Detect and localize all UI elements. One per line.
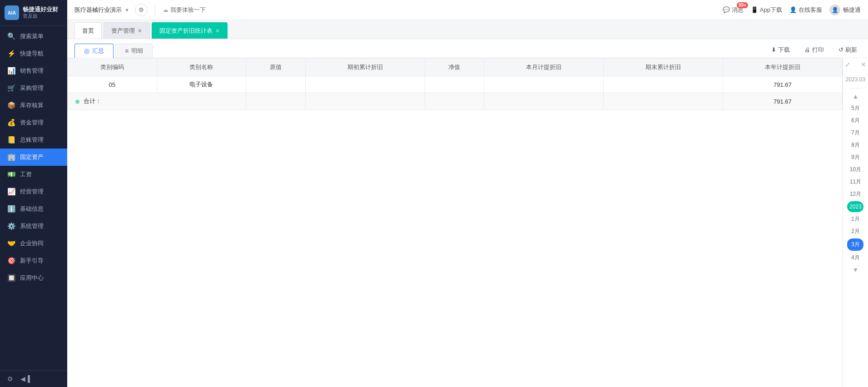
month-item-7[interactable]: 7月 [846, 127, 865, 139]
cloud-icon: ☁ [163, 6, 169, 13]
sub-tab-detail[interactable]: ≡ 明细 [115, 44, 153, 58]
total-label-cell: ⊕ 合计： [75, 97, 240, 105]
online-service-button[interactable]: 👤 在线客服 [789, 6, 822, 14]
tab-asset-close-icon[interactable]: ✕ [138, 28, 142, 34]
sidebar-item-guide[interactable]: 🎯 新手引导 [0, 252, 67, 269]
app-download-button[interactable]: 📱 App下载 [751, 6, 782, 14]
username: 畅捷通 [843, 6, 861, 14]
sub-tab-summary[interactable]: ◎ 汇总 [74, 44, 114, 58]
sidebar-item-label: 新手引导 [20, 257, 44, 265]
purchase-icon: 🛒 [7, 84, 15, 92]
experience-label: 我要体验一下 [170, 6, 206, 14]
sidebar-item-operations[interactable]: 📈 经营管理 [0, 183, 67, 200]
tab-depreciation-close-icon[interactable]: ✕ [215, 28, 220, 34]
cell-annual: 791.67 [723, 76, 842, 93]
cell-net [425, 76, 484, 93]
sub-tab-summary-label: 汇总 [92, 47, 104, 55]
total-icon: ⊕ [75, 98, 80, 105]
refresh-button[interactable]: ↺ 刷新 [835, 44, 861, 56]
app-download-label: App下载 [760, 6, 782, 14]
total-net [425, 93, 484, 110]
col-header-period-acc: 期初累计折旧 [305, 59, 425, 76]
cell-name: 电子设备 [157, 76, 246, 93]
sub-tabs-bar: ◎ 汇总 ≡ 明细 ⬇ 下载 🖨 打印 ↺ 刷 [67, 39, 868, 58]
months-scroll-down[interactable]: ▼ [846, 264, 865, 276]
sidebar-item-label: 固定资产 [20, 153, 44, 161]
panel-close-button[interactable]: ✕ [861, 61, 866, 68]
sidebar-item-system[interactable]: ⚙️ 系统管理 [0, 218, 67, 235]
month-item-9[interactable]: 9月 [846, 151, 865, 164]
sidebar-item-label: 应用中心 [20, 274, 44, 282]
col-header-annual: 本年计提折旧 [723, 59, 842, 76]
funds-icon: 💰 [7, 119, 15, 127]
month-item-10[interactable]: 10月 [846, 164, 865, 176]
month-item-3-selected[interactable]: 3月 [847, 238, 863, 251]
sidebar-item-fixed-assets[interactable]: 🏢 固定资产 [0, 149, 67, 166]
months-scroll-up[interactable]: ▲ [846, 90, 865, 102]
topbar: 医疗器械行业演示 ▼ ⚙ ☁ 我要体验一下 💬 消息 99+ 📱 App下载 👤… [67, 0, 868, 20]
online-service-label: 在线客服 [799, 6, 822, 14]
message-badge: 99+ [737, 2, 748, 8]
sidebar-item-label: 库存核算 [20, 101, 44, 109]
sidebar-item-sales[interactable]: 📊 销售管理 [0, 62, 67, 79]
table-row[interactable]: 05 电子设备 791.67 [68, 76, 843, 93]
col-header-monthly: 本月计提折旧 [484, 59, 603, 76]
sidebar-item-enterprise[interactable]: 🤝 企业协同 [0, 235, 67, 252]
table-area: 类别编码 类别名称 原值 期初累计折旧 净值 本月计提折旧 期末累计折旧 本年计… [67, 58, 843, 387]
download-icon: 📱 [751, 6, 758, 13]
detail-tab-icon: ≡ [125, 47, 129, 55]
message-button[interactable]: 💬 消息 99+ [723, 6, 744, 14]
tab-asset-label: 资产管理 [111, 27, 135, 35]
month-item-8[interactable]: 8月 [846, 139, 865, 151]
company-selector[interactable]: 医疗器械行业演示 ▼ [74, 6, 129, 14]
user-button[interactable]: 👤 畅捷通 [829, 5, 861, 15]
sidebar-item-inventory[interactable]: 📦 库存核算 [0, 97, 67, 114]
experience-button[interactable]: ☁ 我要体验一下 [163, 6, 206, 14]
sidebar-item-label: 采购管理 [20, 84, 44, 92]
month-item-5[interactable]: 5月 [846, 102, 865, 114]
download-button[interactable]: ⬇ 下载 [768, 44, 794, 56]
sidebar-item-label: 资金管理 [20, 119, 44, 127]
sidebar-item-ledger[interactable]: 📒 总账管理 [0, 131, 67, 149]
refresh-icon: ↺ [838, 46, 843, 53]
sidebar-item-label: 企业协同 [20, 239, 44, 248]
cell-original [246, 76, 305, 93]
tab-home[interactable]: 首页 [74, 22, 102, 39]
month-item-11[interactable]: 11月 [846, 176, 865, 188]
total-text: 合计： [84, 97, 101, 105]
depreciation-table: 类别编码 类别名称 原值 期初累计折旧 净值 本月计提折旧 期末累计折旧 本年计… [67, 58, 843, 110]
settings-icon[interactable]: ⚙ [7, 375, 13, 382]
sidebar-item-app-center[interactable]: 🔲 应用中心 [0, 269, 67, 287]
tab-asset-mgmt[interactable]: 资产管理 ✕ [104, 22, 150, 39]
basic-info-icon: ℹ️ [7, 205, 15, 213]
sidebar-item-search[interactable]: 🔍 搜索菜单 [0, 28, 67, 45]
sidebar-item-funds[interactable]: 💰 资金管理 [0, 114, 67, 131]
panel-expand-button[interactable]: ⤢ [845, 61, 850, 68]
sidebar-item-label: 搜索菜单 [20, 32, 44, 40]
total-end-acc [603, 93, 723, 110]
print-button[interactable]: 🖨 打印 [801, 44, 828, 56]
month-item-1[interactable]: 1月 [846, 213, 865, 225]
sidebar-item-basic-info[interactable]: ℹ️ 基础信息 [0, 200, 67, 218]
settings-button[interactable]: ⚙ [135, 4, 148, 16]
topbar-right: 💬 消息 99+ 📱 App下载 👤 在线客服 👤 畅捷通 [723, 5, 861, 15]
sub-tab-detail-label: 明细 [131, 47, 143, 55]
month-item-12[interactable]: 12月 [846, 188, 865, 200]
system-icon: ⚙️ [7, 222, 15, 230]
sidebar-item-label: 系统管理 [20, 222, 44, 230]
collapse-icon[interactable]: ◀▐ [20, 375, 30, 382]
summary-tab-icon: ◎ [84, 47, 89, 55]
col-header-name: 类别名称 [157, 59, 246, 76]
month-item-2[interactable]: 2月 [846, 225, 865, 238]
month-item-6[interactable]: 6月 [846, 114, 865, 127]
tab-depreciation[interactable]: 固定资产折旧统计表 ✕ [152, 22, 228, 39]
ledger-icon: 📒 [7, 136, 15, 144]
sidebar-nav: 🔍 搜索菜单 ⚡ 快捷导航 📊 销售管理 🛒 采购管理 📦 库存核算 💰 资金管… [0, 26, 67, 370]
sidebar-item-purchase[interactable]: 🛒 采购管理 [0, 79, 67, 97]
total-annual: 791.67 [723, 93, 842, 110]
col-header-net: 净值 [425, 59, 484, 76]
sidebar-item-salary[interactable]: 💵 工资 [0, 166, 67, 183]
sidebar-item-quick-nav[interactable]: ⚡ 快捷导航 [0, 45, 67, 62]
month-item-4[interactable]: 4月 [846, 252, 865, 264]
current-year-badge[interactable]: 2023 [847, 201, 863, 212]
